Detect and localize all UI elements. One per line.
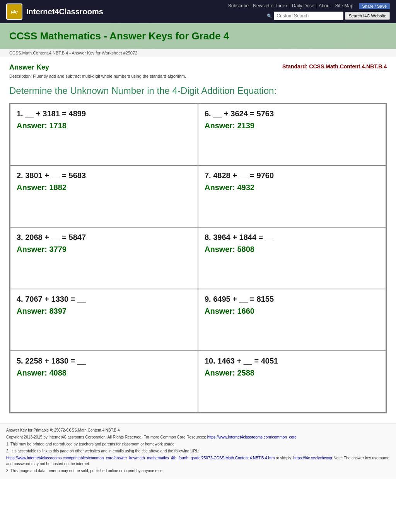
problem-cell-2: 2. 3801 + __ = 5683 Answer: 1882 (10, 165, 198, 227)
problem-cell-9: 9. 6495 + __ = 8155 Answer: 1660 (198, 289, 386, 351)
problem-equation-2: 2. 3801 + __ = 5683 (17, 171, 191, 180)
footer-note2: 2. It is acceptable to link to this page… (6, 448, 390, 454)
description-text: Description: Fluently add and subtract m… (9, 74, 387, 78)
problem-equation-8: 8. 3964 + 1844 = __ (205, 233, 379, 242)
problem-cell-5: 5. 2258 + 1830 = __ Answer: 4088 (10, 351, 198, 413)
answer-key-title: Answer Key (9, 63, 49, 71)
footer-note3: 3. This image and data thereon may not b… (6, 468, 390, 474)
search-input[interactable] (274, 12, 343, 20)
problem-answer-7: Answer: 4932 (205, 183, 379, 192)
worksheet-title: Determine the Unknown Number in the 4-Di… (9, 85, 387, 97)
problems-grid: 1. __ + 3181 = 4899 Answer: 1718 6. __ +… (9, 103, 387, 413)
problem-equation-7: 7. 4828 + __ = 9760 (205, 171, 379, 180)
page-title: CCSS Mathematics - Answer Keys for Grade… (9, 30, 387, 42)
problem-answer-5: Answer: 4088 (17, 369, 191, 377)
problem-cell-1: 1. __ + 3181 = 4899 Answer: 1718 (10, 104, 198, 165)
problem-answer-6: Answer: 2139 (205, 121, 379, 130)
problem-answer-1: Answer: 1718 (17, 121, 191, 130)
google-search-label: 🔍 (267, 14, 272, 19)
problem-answer-10: Answer: 2588 (205, 369, 379, 377)
page-banner: CCSS Mathematics - Answer Keys for Grade… (0, 23, 396, 49)
content-area: Answer Key Standard: CCSS.Math.Content.4… (0, 57, 396, 420)
footer-common-core-link[interactable]: https://www.internet4classrooms.com/comm… (207, 435, 297, 439)
site-logo: i4c (6, 3, 22, 20)
answer-key-header: Answer Key Standard: CCSS.Math.Content.4… (9, 63, 387, 71)
problem-answer-3: Answer: 3779 (17, 245, 191, 254)
footer-copyright: Copyright 2013-2015 by Internet4Classroo… (6, 434, 390, 440)
problem-cell-7: 7. 4828 + __ = 9760 Answer: 4932 (198, 165, 386, 227)
footer-printable-ref: Answer Key for Printable #: 25072-CCSS.M… (6, 427, 390, 433)
footer-url-short[interactable]: https://i4c.xyz/ychryyqr (294, 456, 333, 460)
nav-about[interactable]: About (319, 3, 331, 9)
site-header: i4c Internet4Classrooms Subscribe | News… (0, 0, 396, 23)
problem-equation-10: 10. 1463 + __ = 4051 (205, 357, 379, 365)
nav-newsletter-index[interactable]: Newsletter Index (253, 3, 287, 9)
nav-subscribe[interactable]: Subscribe (228, 3, 249, 9)
nav-sep2: | (289, 3, 290, 9)
problem-answer-8: Answer: 5808 (205, 245, 379, 254)
problem-equation-4: 4. 7067 + 1330 = __ (17, 295, 191, 304)
problem-equation-9: 9. 6495 + __ = 8155 (205, 295, 379, 304)
search-button[interactable]: Search I4C Website (345, 12, 390, 20)
problem-answer-9: Answer: 1660 (205, 307, 379, 316)
site-title: Internet4Classrooms (26, 7, 103, 16)
breadcrumb: CCSS.Math.Content.4.NBT.B.4 - Answer Key… (0, 49, 396, 57)
problem-cell-8: 8. 3964 + 1844 = __ Answer: 5808 (198, 227, 386, 289)
problem-equation-3: 3. 2068 + __ = 5847 (17, 233, 191, 242)
problem-cell-3: 3. 2068 + __ = 5847 Answer: 3779 (10, 227, 198, 289)
problem-equation-6: 6. __ + 3624 = 5763 (205, 109, 379, 118)
footer-note1: 1. This may be printed and reproduced by… (6, 441, 390, 447)
problem-cell-4: 4. 7067 + 1330 = __ Answer: 8397 (10, 289, 198, 351)
nav-sep1: | (250, 3, 251, 9)
standard-label: Standard: CCSS.Math.Content.4.NBT.B.4 (282, 63, 387, 70)
problem-equation-1: 1. __ + 3181 = 4899 (17, 109, 191, 118)
problem-answer-2: Answer: 1882 (17, 183, 191, 192)
problem-cell-10: 10. 1463 + __ = 4051 Answer: 2588 (198, 351, 386, 413)
nav-daily-dose[interactable]: Daily Dose (292, 3, 314, 9)
footer-url: https://www.internet4classrooms.com/prin… (6, 455, 390, 467)
top-navigation: Subscribe | Newsletter Index | Daily Dos… (228, 3, 390, 20)
search-bar: 🔍 Search I4C Website (267, 12, 390, 20)
logo-area: i4c Internet4Classrooms (6, 3, 103, 20)
problem-cell-6: 6. __ + 3624 = 5763 Answer: 2139 (198, 104, 386, 165)
footer-url-long[interactable]: https://www.internet4classrooms.com/prin… (6, 456, 275, 460)
footer: Answer Key for Printable #: 25072-CCSS.M… (0, 423, 396, 479)
nav-sep4: | (332, 3, 333, 9)
share-save-button[interactable]: Share / Save (359, 3, 390, 9)
nav-sep3: | (316, 3, 317, 9)
nav-site-map[interactable]: Site Map (335, 3, 353, 9)
nav-links: Subscribe | Newsletter Index | Daily Dos… (228, 3, 390, 9)
problem-answer-4: Answer: 8397 (17, 307, 191, 316)
problem-equation-5: 5. 2258 + 1830 = __ (17, 357, 191, 365)
